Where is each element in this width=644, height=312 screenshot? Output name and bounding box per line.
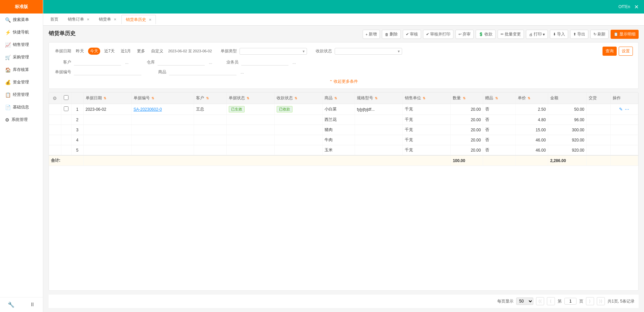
th-doc-no[interactable]: 单据编号 ⇅ (131, 93, 194, 104)
td-payment-status: 已收款 (274, 104, 322, 115)
warehouse-input[interactable] (158, 59, 205, 66)
approve-button[interactable]: ✔ 审核 (403, 30, 421, 39)
customer-input[interactable] (74, 59, 121, 66)
date-tag-today[interactable]: 今天 (88, 48, 100, 55)
th-date-sort-icon: ⇅ (104, 96, 106, 100)
doc-type-label: 单据类型 (220, 48, 237, 54)
tab-sales-history[interactable]: 销货单历史 ✕ (121, 15, 156, 24)
th-customer[interactable]: 客户 ⇅ (194, 93, 226, 104)
refresh-button[interactable]: ↻ 刷新 (590, 30, 609, 39)
td-customer (194, 125, 226, 135)
th-trade: 交货 (587, 93, 611, 104)
select-all-checkbox[interactable] (64, 95, 68, 100)
goods-input[interactable] (169, 69, 236, 75)
tab-home-label: 首页 (50, 17, 58, 22)
th-payment-status[interactable]: 收款状态 ⇅ (274, 93, 322, 104)
page-number-input[interactable] (564, 298, 577, 305)
goods-ellipsis[interactable]: ... (239, 70, 245, 75)
doc-type-select[interactable]: ▾ (240, 48, 307, 55)
th-price[interactable]: 单价 ⇅ (515, 93, 548, 104)
approve-print-button[interactable]: ✔ 审核并打印 (423, 30, 453, 39)
filter-item-doc-type: 单据类型 ▾ (220, 48, 307, 55)
refresh-icon: ↻ (593, 32, 596, 36)
per-page-select[interactable]: 50 20 100 (516, 297, 533, 305)
business-ellipsis[interactable]: ... (291, 60, 297, 65)
table-header-row: ⚙ 单据日期 ⇅ 单据编号 ⇅ (49, 93, 638, 104)
print-button[interactable]: 🖨 打印 ▾ (526, 30, 548, 39)
th-goods[interactable]: 商品 ⇅ (322, 93, 355, 104)
tab-sales-order-close[interactable]: ✕ (87, 18, 89, 21)
page-label: 第 (558, 298, 562, 304)
th-spec[interactable]: 规格型号 ⇅ (355, 93, 402, 104)
new-button[interactable]: + 新增 (363, 30, 380, 39)
sidebar-item-basic-info[interactable]: 📄 基础信息 (0, 101, 43, 113)
date-tag-1month[interactable]: 近1月 (119, 48, 133, 55)
tab-sales-goods-close[interactable]: ✕ (114, 18, 116, 21)
business-input[interactable] (241, 59, 288, 66)
warehouse-ellipsis[interactable]: ... (207, 60, 214, 65)
delete-button[interactable]: 🗑 删除 (382, 30, 401, 39)
table-settings-icon[interactable]: ⚙ (53, 96, 57, 101)
th-gift[interactable]: 赠品 ⇅ (483, 93, 515, 104)
sidebar-item-purchase-mgmt[interactable]: 🛒 采购管理 (0, 51, 43, 63)
main-content: OfTEn ✕ 首页 销售订单 ✕ 销货单 ✕ 销货单历史 ✕ 销货单历史 + (43, 0, 644, 312)
tab-sales-history-close[interactable]: ✕ (149, 18, 151, 22)
sales-icon: 📈 (5, 42, 11, 48)
page-content: 销货单历史 + 新增 🗑 删除 ✔ 审核 ✔ 审核并打印 (43, 26, 644, 312)
import-button[interactable]: ⬇ 导入 (550, 30, 568, 39)
reject-button[interactable]: ↩ 弃审 (455, 30, 474, 39)
sidebar-item-finance[interactable]: 💰 资金管理 (0, 76, 43, 88)
last-page-button[interactable]: ⟩⟩ (597, 297, 605, 305)
td-unit: 千克 (403, 104, 451, 115)
tab-sales-order-label: 销售订单 (68, 17, 84, 22)
more-icon[interactable]: ⋯ (625, 107, 629, 112)
tab-sales-history-label: 销货单历史 (126, 17, 146, 23)
sidebar-item-quick-nav[interactable]: ⚡ 快捷导航 (0, 26, 43, 38)
doc-no-link[interactable]: SA-20230602-0 (134, 107, 162, 112)
date-tag-yesterday[interactable]: 昨天 (74, 48, 86, 55)
tab-sales-order[interactable]: 销售订单 ✕ (63, 15, 94, 24)
td-action (610, 115, 638, 125)
th-date[interactable]: 单据日期 ⇅ (83, 93, 131, 104)
collapse-button[interactable]: ⌃ 收起更多条件 (329, 79, 358, 84)
prev-page-button[interactable]: ⟨ (547, 297, 555, 305)
close-window-button[interactable]: ✕ (634, 4, 639, 10)
data-table-wrapper: ⚙ 单据日期 ⇅ 单据编号 ⇅ (49, 92, 639, 291)
batch-change-button[interactable]: ✏ 批量变更 (498, 30, 524, 39)
td-checkbox (61, 104, 71, 115)
sidebar-logo: 标准版 (0, 0, 43, 14)
pause-icon[interactable]: ⏸ (28, 300, 36, 309)
td-amount: 50.00 (548, 104, 586, 115)
td-quantity: 20.00 (451, 125, 483, 135)
sidebar-item-sales-mgmt[interactable]: 📈 销售管理 (0, 38, 43, 51)
collect-button[interactable]: 💲 收款 (476, 30, 496, 39)
settings-bottom-icon[interactable]: 🔧 (6, 300, 16, 309)
sidebar-item-search-menu[interactable]: 🔍 搜索菜单 (0, 14, 43, 26)
settings-button[interactable]: 设置 (619, 47, 633, 56)
customer-ellipsis[interactable]: ... (124, 60, 130, 65)
tab-sales-goods[interactable]: 销货单 ✕ (94, 15, 121, 24)
td-gift: 否 (483, 135, 515, 145)
th-quantity[interactable]: 数量 ⇅ (451, 93, 483, 104)
first-page-button[interactable]: ⟨⟨ (536, 297, 544, 305)
sidebar-item-operations[interactable]: 📋 经营管理 (0, 88, 43, 101)
th-doc-status[interactable]: 单据状态 ⇅ (226, 93, 274, 104)
date-tag-more[interactable]: 更多 (135, 48, 147, 55)
th-doc-no-label: 单据编号 (134, 96, 150, 100)
edit-icon[interactable]: ✎ (619, 107, 623, 112)
row-checkbox[interactable] (64, 106, 68, 111)
table-row: 5 玉米 千克 20.00 否 46.00 920.00 (49, 145, 638, 156)
sidebar-item-system-mgmt[interactable]: ⚙ 系统管理 (0, 113, 43, 126)
date-tag-7days[interactable]: 近7天 (102, 48, 117, 55)
show-detail-button[interactable]: 📋 显示明细 (611, 30, 639, 39)
export-button[interactable]: ⬆ 导出 (570, 30, 588, 39)
query-button[interactable]: 查询 (603, 47, 617, 56)
date-tag-custom[interactable]: 自定义 (149, 48, 165, 55)
payment-status-select[interactable]: ▾ (335, 48, 402, 55)
sidebar-item-inventory[interactable]: 🏠 库存核算 (0, 63, 43, 76)
tab-home[interactable]: 首页 (46, 15, 63, 24)
doc-no-input[interactable] (74, 69, 141, 75)
th-unit[interactable]: 销售单位 ⇅ (403, 93, 451, 104)
th-index (71, 93, 83, 104)
next-page-button[interactable]: ⟩ (586, 297, 594, 305)
